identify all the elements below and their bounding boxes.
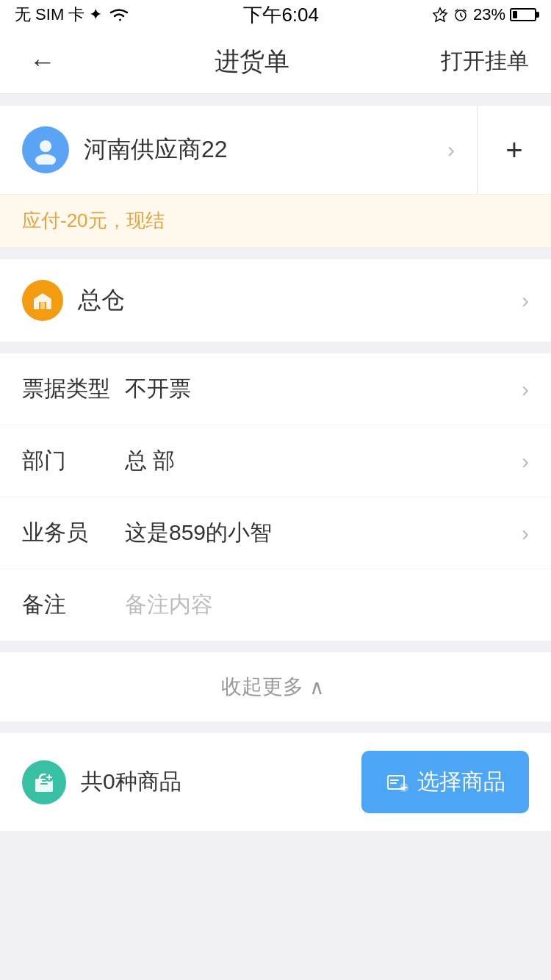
status-right: 23%	[432, 5, 536, 24]
department-chevron-icon: ›	[522, 449, 529, 474]
remark-row[interactable]: 备注 备注内容	[0, 569, 551, 641]
status-time: 下午6:04	[243, 2, 319, 28]
select-product-label: 选择商品	[417, 767, 505, 797]
collapse-button[interactable]: 收起更多 ∧	[0, 652, 551, 721]
warehouse-chevron-icon: ›	[522, 288, 529, 313]
supplier-selector[interactable]: 河南供应商22 ›	[0, 106, 478, 194]
page-title: 进货单	[215, 45, 289, 79]
supplier-name: 河南供应商22	[84, 134, 440, 166]
supplier-avatar-icon	[31, 135, 60, 165]
supplier-avatar	[22, 126, 69, 173]
svg-rect-4	[40, 302, 45, 309]
content: 河南供应商22 › + 应付-20元，现结 总仓 › 票据类型 不开票 ›	[0, 106, 551, 980]
supplier-section: 河南供应商22 › +	[0, 106, 551, 194]
salesperson-label: 业务员	[22, 518, 125, 548]
select-product-icon	[385, 770, 410, 795]
notice-banner: 应付-20元，现结	[0, 194, 551, 248]
warehouse-section[interactable]: 总仓 ›	[0, 259, 551, 342]
product-count-text: 共0种商品	[81, 767, 347, 797]
collapse-icon: ∧	[309, 675, 325, 699]
salesperson-chevron-icon: ›	[522, 521, 529, 546]
warehouse-name: 总仓	[78, 284, 514, 317]
salesperson-row[interactable]: 业务员 这是859的小智 ›	[0, 497, 551, 569]
collapse-label: 收起更多	[221, 673, 303, 701]
department-row[interactable]: 部门 总 部 ›	[0, 425, 551, 497]
department-value: 总 部	[125, 446, 514, 476]
department-label: 部门	[22, 446, 125, 476]
warehouse-svg-icon	[31, 289, 54, 312]
svg-point-2	[35, 154, 56, 165]
sim-text: 无 SIM 卡 ✦	[15, 4, 102, 26]
svg-point-1	[40, 140, 51, 152]
open-pending-button[interactable]: 打开挂单	[441, 46, 529, 76]
add-icon: +	[505, 134, 522, 167]
wifi-icon	[108, 7, 130, 23]
nav-bar: ← 进货单 打开挂单	[0, 29, 551, 94]
warehouse-icon	[22, 280, 63, 321]
shopping-bag-icon	[32, 770, 57, 795]
product-count-icon	[22, 760, 66, 804]
form-section: 票据类型 不开票 › 部门 总 部 › 业务员 这是859的小智 › 备注 备注…	[0, 353, 551, 641]
invoice-chevron-icon: ›	[522, 377, 529, 402]
invoice-label: 票据类型	[22, 374, 125, 404]
back-button[interactable]: ←	[22, 39, 63, 84]
status-left: 无 SIM 卡 ✦	[15, 4, 130, 26]
remark-input[interactable]: 备注内容	[125, 590, 529, 620]
notice-text: 应付-20元，现结	[22, 209, 165, 231]
invoice-value: 不开票	[125, 374, 514, 404]
salesperson-value: 这是859的小智	[125, 518, 514, 548]
bottom-bar: 共0种商品 选择商品	[0, 733, 551, 831]
battery-icon	[510, 8, 536, 21]
add-supplier-button[interactable]: +	[478, 113, 551, 187]
gray-bottom-area	[0, 831, 551, 980]
location-icon	[432, 7, 448, 23]
supplier-chevron-icon: ›	[447, 137, 455, 162]
select-product-button[interactable]: 选择商品	[361, 751, 529, 813]
remark-label: 备注	[22, 590, 125, 620]
battery-percent: 23%	[473, 5, 505, 24]
invoice-row[interactable]: 票据类型 不开票 ›	[0, 353, 551, 425]
alarm-icon	[453, 7, 469, 23]
status-bar: 无 SIM 卡 ✦ 下午6:04 23%	[0, 0, 551, 29]
